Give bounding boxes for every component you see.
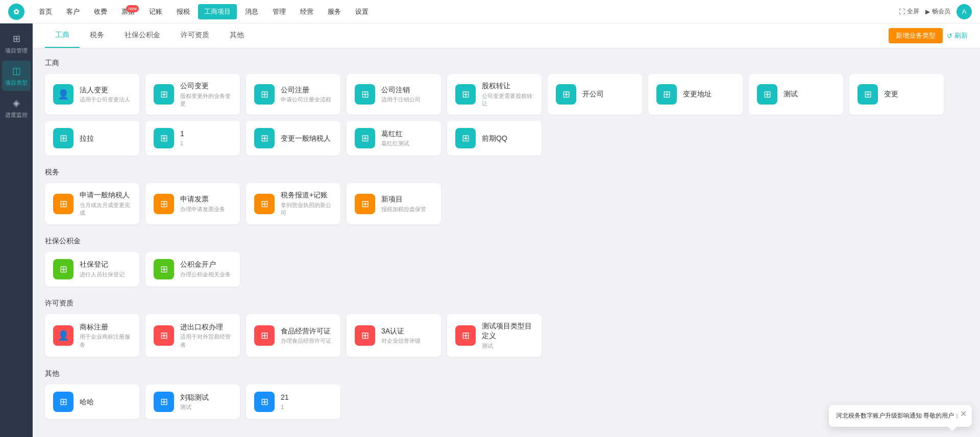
- card-21[interactable]: ⊞ 21 1: [246, 384, 340, 419]
- card-name: 21: [281, 393, 289, 403]
- card-text: 公司注册 申请公司注册全流程: [281, 85, 331, 104]
- card-公积金开户[interactable]: ⊞ 公积金开户 办理公积金相关业务: [145, 252, 240, 287]
- refresh-icon: ↺: [947, 32, 952, 40]
- nav-item-工商项目[interactable]: 工商项目: [198, 4, 237, 19]
- nav-item-票据[interactable]: 票据new: [115, 4, 141, 19]
- card-股权转让[interactable]: ⊞ 股权转让 公司变更需要股权转让: [447, 74, 542, 115]
- member-button[interactable]: ▶ 畅会员: [925, 7, 950, 16]
- section-社保公积金: 社保公积金 ⊞ 社保登记 进行人员社保登记 ⊞ 公积金开户 办理公积金相关业务: [45, 237, 968, 287]
- main-content: 工商税务社保公积金许可资质其他 新增业务类型 ↺ 刷新 工商 👤 法人变更 适用…: [33, 23, 980, 437]
- sidebar-item-项目管理[interactable]: ⊞ 项目管理: [2, 29, 31, 59]
- sidebar-item-进度监控[interactable]: ◈ 进度监控: [2, 93, 31, 123]
- notification-close-button[interactable]: ✕: [960, 409, 967, 419]
- sidebar-icon: ◫: [10, 65, 22, 77]
- card-变更一般纳税人[interactable]: ⊞ 变更一般纳税人: [246, 121, 340, 156]
- card-text: 3A认证 对企业信誉评级: [381, 326, 421, 345]
- tab-社保公积金[interactable]: 社保公积金: [114, 23, 170, 48]
- card-desc: 报税加税控盘保管: [381, 205, 426, 213]
- card-前期QQ[interactable]: ⊞ 前期QQ: [447, 121, 542, 156]
- tab-工商[interactable]: 工商: [45, 23, 80, 48]
- tab-许可资质[interactable]: 许可资质: [170, 23, 219, 48]
- sidebar: ⊞ 项目管理 ◫ 项目类型 ◈ 进度监控: [0, 23, 33, 437]
- card-text: 拉拉: [80, 134, 94, 144]
- nav-item-报税[interactable]: 报税: [170, 4, 196, 19]
- card-食品经营许可证[interactable]: ⊞ 食品经营许可证 办理食品经营许可证: [246, 314, 340, 357]
- tab-税务[interactable]: 税务: [80, 23, 114, 48]
- nav-item-记账[interactable]: 记账: [143, 4, 168, 19]
- card-name: 3A认证: [381, 326, 421, 337]
- card-拉拉[interactable]: ⊞ 拉拉: [45, 121, 139, 156]
- avatar[interactable]: A: [957, 4, 972, 19]
- nav-item-客户[interactable]: 客户: [60, 4, 86, 19]
- logo: ✿: [8, 4, 24, 20]
- card-text: 进出口权办理 适用于对外贸易经营者: [180, 322, 232, 349]
- card-text: 测试: [783, 89, 798, 99]
- card-公司注册[interactable]: ⊞ 公司注册 申请公司注册全流程: [246, 74, 340, 115]
- card-icon: ⊞: [154, 325, 174, 346]
- card-text: 公司变更 股权变更外的业务变更: [180, 81, 232, 108]
- card-葛红红[interactable]: ⊞ 葛红红 葛红红测试: [347, 121, 441, 156]
- card-name: 申请发票: [180, 194, 225, 204]
- card-desc: 葛红红测试: [381, 140, 409, 147]
- card-name: 测试: [783, 89, 798, 99]
- card-社保登记[interactable]: ⊞ 社保登记 进行人员社保登记: [45, 252, 139, 287]
- card-变更[interactable]: ⊞ 变更: [849, 74, 944, 115]
- card-测试项目类型目定义[interactable]: ⊞ 测试项目类型目定义 测试: [447, 314, 542, 357]
- add-type-button[interactable]: 新增业务类型: [889, 28, 943, 43]
- nav-item-设置[interactable]: 设置: [349, 4, 375, 19]
- card-商标注册[interactable]: 👤 商标注册 用于企业商标注册服务: [45, 314, 139, 357]
- card-新项目[interactable]: ⊞ 新项目 报税加税控盘保管: [347, 183, 441, 224]
- card-name: 商标注册: [80, 322, 131, 332]
- card-税务报道+记账[interactable]: ⊞ 税务报道+记账 拿到营业执照的新公司: [246, 183, 340, 224]
- card-text: 21 1: [281, 393, 289, 412]
- nav-item-服务[interactable]: 服务: [322, 4, 347, 19]
- member-label: 畅会员: [932, 7, 950, 16]
- card-公司变更[interactable]: ⊞ 公司变更 股权变更外的业务变更: [145, 74, 240, 115]
- card-desc: 测试: [180, 403, 209, 411]
- card-text: 前期QQ: [482, 134, 507, 144]
- card-text: 税务报道+记账 拿到营业执照的新公司: [281, 190, 332, 217]
- card-测试[interactable]: ⊞ 测试: [749, 74, 843, 115]
- card-icon: ⊞: [53, 194, 74, 214]
- card-公司注销[interactable]: ⊞ 公司注销 适用于注销公司: [347, 74, 441, 115]
- card-name: 公司变更: [180, 81, 232, 91]
- card-哈哈[interactable]: ⊞ 哈哈: [45, 384, 139, 419]
- card-1[interactable]: ⊞ 1 1: [145, 121, 240, 156]
- card-desc: 办理公积金相关业务: [180, 271, 231, 278]
- tab-其他[interactable]: 其他: [219, 23, 254, 48]
- member-icon: ▶: [925, 8, 930, 15]
- card-name: 哈哈: [80, 397, 94, 407]
- card-3A认证[interactable]: ⊞ 3A认证 对企业信誉评级: [347, 314, 441, 357]
- card-刘聪测试[interactable]: ⊞ 刘聪测试 测试: [145, 384, 240, 419]
- nav-item-首页[interactable]: 首页: [33, 4, 58, 19]
- nav-item-收费[interactable]: 收费: [88, 4, 113, 19]
- card-icon: ⊞: [254, 325, 275, 346]
- fullscreen-button[interactable]: ⛶ 全屏: [899, 7, 919, 16]
- refresh-button[interactable]: ↺ 刷新: [947, 31, 968, 40]
- card-icon: ⊞: [154, 392, 174, 412]
- nav-item-经营[interactable]: 经营: [294, 4, 320, 19]
- card-text: 社保登记 进行人员社保登记: [80, 260, 125, 278]
- nav-item-消息[interactable]: 消息: [239, 4, 264, 19]
- card-desc: 办理申请发票业务: [180, 205, 225, 213]
- card-text: 商标注册 用于企业商标注册服务: [80, 322, 131, 349]
- card-变更地址[interactable]: ⊞ 变更地址: [648, 74, 743, 115]
- card-法人变更[interactable]: 👤 法人变更 适用于公司变更法人: [45, 74, 139, 115]
- section-工商: 工商 👤 法人变更 适用于公司变更法人 ⊞ 公司变更 股权变更外的业务变更 ⊞ …: [45, 59, 968, 156]
- card-icon: ⊞: [53, 392, 74, 412]
- card-text: 变更一般纳税人: [281, 134, 331, 144]
- nav-item-管理[interactable]: 管理: [266, 4, 292, 19]
- section-title: 许可资质: [45, 299, 968, 308]
- card-icon: ⊞: [355, 84, 375, 105]
- card-desc: 1: [281, 403, 289, 411]
- card-name: 公司注销: [381, 85, 421, 95]
- sidebar-item-项目类型[interactable]: ◫ 项目类型: [2, 61, 31, 91]
- card-icon: ⊞: [656, 84, 677, 105]
- tab-bar: 工商税务社保公积金许可资质其他 新增业务类型 ↺ 刷新: [33, 23, 980, 48]
- card-申请发票[interactable]: ⊞ 申请发票 办理申请发票业务: [145, 183, 240, 224]
- card-申请一般纳税人[interactable]: ⊞ 申请一般纳税人 当月或次月成变更完成: [45, 183, 139, 224]
- card-desc: 测试: [482, 342, 533, 350]
- card-开公司[interactable]: ⊞ 开公司: [548, 74, 642, 115]
- card-进出口权办理[interactable]: ⊞ 进出口权办理 适用于对外贸易经营者: [145, 314, 240, 357]
- card-text: 公积金开户 办理公积金相关业务: [180, 260, 231, 278]
